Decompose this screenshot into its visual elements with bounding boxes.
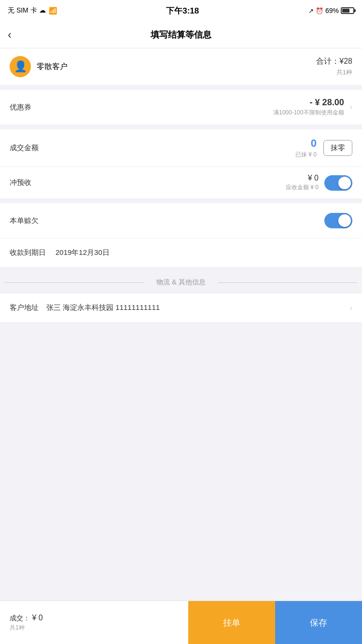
coupon-label: 优惠券 <box>10 103 31 112</box>
bottom-bar: 成交： ¥ 0 共1种 挂单 保存 <box>0 601 362 644</box>
customer-name: 零散客户 <box>37 62 68 72</box>
avatar: 👤 <box>10 56 31 77</box>
advance-sub: 应收金额 ¥ 0 <box>286 183 319 192</box>
debt-toggle[interactable] <box>324 213 352 228</box>
divider-2 <box>0 125 362 129</box>
battery-label: 69% <box>325 7 339 14</box>
customer-left: 👤 零散客户 <box>10 56 68 77</box>
transaction-label: 成交金额 <box>10 143 39 153</box>
due-date-label: 收款到期日 <box>10 248 46 257</box>
logistics-label: 物流 & 其他信息 <box>156 278 205 287</box>
alarm-icon: ⏰ <box>316 7 323 14</box>
status-time: 下午3:18 <box>166 5 199 16</box>
nav-bar: ‹ 填写结算等信息 <box>0 21 362 48</box>
divider-3 <box>0 198 362 203</box>
advance-right: ¥ 0 应收金额 ¥ 0 <box>286 174 352 192</box>
debt-row: 本单赊欠 <box>0 203 362 238</box>
toggle-knob <box>338 177 351 189</box>
bottom-deal: 成交： ¥ 0 <box>10 614 179 623</box>
advance-amounts: ¥ 0 应收金额 ¥ 0 <box>286 174 319 192</box>
transaction-right: 0 已抹 ¥ 0 抹零 <box>295 137 352 159</box>
round-button[interactable]: 抹零 <box>323 140 352 156</box>
chevron-right-icon: › <box>350 103 352 112</box>
coupon-row[interactable]: 优惠券 - ¥ 28.00 满1000-100不限制使用金额 › <box>0 90 362 125</box>
debt-label: 本单赊欠 <box>10 216 39 225</box>
save-button[interactable]: 保存 <box>275 601 362 644</box>
advance-main: ¥ 0 <box>286 174 319 182</box>
address-row[interactable]: 客户地址 张三 海淀永丰科技园 11111111111 › <box>0 293 362 322</box>
bottom-deal-value: ¥ 0 <box>32 614 42 622</box>
logistics-line-left <box>5 282 144 283</box>
bottom-deal-label: 成交： <box>10 614 30 622</box>
divider-5 <box>0 322 362 419</box>
status-right: ↗ ⏰ 69% <box>308 7 354 14</box>
bottom-spacer <box>0 419 362 476</box>
sim-label: 无 SIM 卡 ☁ <box>8 6 46 15</box>
wifi-icon: 📶 <box>49 7 57 14</box>
coupon-sub: 满1000-100不限制使用金额 <box>273 109 344 117</box>
page-title: 填写结算等信息 <box>27 29 335 41</box>
divider-1 <box>0 85 362 90</box>
status-left: 无 SIM 卡 ☁ 📶 <box>8 6 57 15</box>
advance-toggle[interactable] <box>324 175 352 191</box>
customer-row: 👤 零散客户 合计：¥28 共1种 <box>0 48 362 85</box>
coupon-right: - ¥ 28.00 满1000-100不限制使用金额 › <box>273 98 352 117</box>
transaction-row: 成交金额 0 已抹 ¥ 0 抹零 <box>0 129 362 167</box>
location-icon: ↗ <box>308 7 314 14</box>
bottom-summary: 成交： ¥ 0 共1种 <box>0 614 188 632</box>
due-date-row[interactable]: 收款到期日 2019年12月30日 <box>0 238 362 267</box>
transaction-value[interactable]: 0 <box>311 137 317 150</box>
transaction-sub: 已抹 ¥ 0 <box>295 151 317 159</box>
address-value: 张三 海淀永丰科技园 11111111111 <box>46 303 342 312</box>
transaction-amount-area: 0 已抹 ¥ 0 <box>295 137 317 159</box>
battery-icon <box>341 7 354 14</box>
avatar-icon: 👤 <box>14 60 27 73</box>
logistics-divider: 物流 & 其他信息 <box>0 272 362 293</box>
address-label: 客户地址 <box>10 303 39 312</box>
bottom-deal-count: 共1种 <box>10 624 179 632</box>
status-bar: 无 SIM 卡 ☁ 📶 下午3:18 ↗ ⏰ 69% <box>0 0 362 21</box>
advance-label: 冲预收 <box>10 178 31 187</box>
hang-button[interactable]: 挂单 <box>188 601 275 644</box>
debt-toggle-knob <box>338 214 351 227</box>
back-button[interactable]: ‹ <box>8 28 27 42</box>
customer-count: 共1种 <box>316 68 352 77</box>
customer-total: 合计：¥28 <box>316 56 352 67</box>
logistics-line-right <box>218 282 357 283</box>
divider-4 <box>0 267 362 272</box>
coupon-value: - ¥ 28.00 <box>273 98 344 108</box>
customer-summary: 合计：¥28 共1种 <box>316 56 352 77</box>
due-date-value: 2019年12月30日 <box>56 248 110 257</box>
advance-row: 冲预收 ¥ 0 应收金额 ¥ 0 <box>0 167 362 198</box>
address-chevron-icon: › <box>350 304 352 312</box>
